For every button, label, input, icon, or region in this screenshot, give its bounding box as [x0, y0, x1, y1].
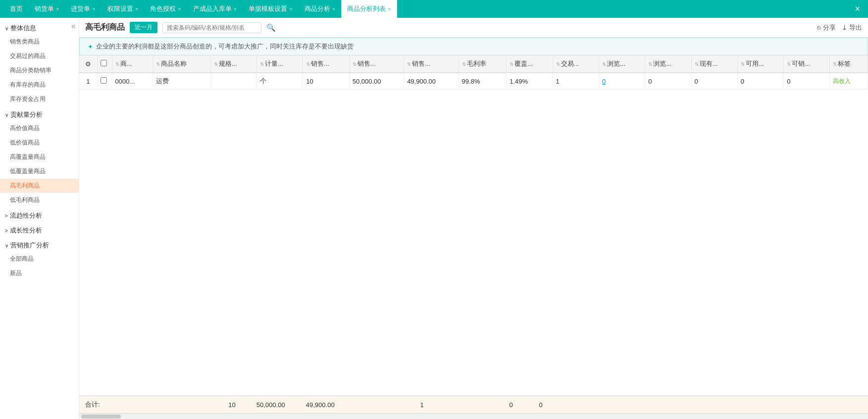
col-label: 浏览...: [607, 60, 625, 67]
col-header-5[interactable]: ⇅计量...: [257, 55, 303, 73]
col-header-7[interactable]: ⇅销售...: [349, 55, 404, 73]
col-header-2[interactable]: ⇅商...: [112, 55, 153, 73]
col-header-11[interactable]: ⇅交易...: [553, 55, 599, 73]
nav-tab-close[interactable]: ×: [234, 6, 237, 12]
tag-badge: 高收入: [833, 78, 851, 85]
table-row: 10000...运费个1050,000.0049,900.0099.8%1.49…: [79, 73, 868, 90]
nav-tab-close[interactable]: ×: [178, 6, 181, 12]
sidebar-collapse-button[interactable]: «: [71, 22, 76, 31]
share-button[interactable]: ⎋ 分享: [817, 23, 836, 32]
col-header-4[interactable]: ⇅规格...: [210, 55, 256, 73]
nav-tab-首页[interactable]: 首页: [4, 0, 29, 18]
row-checkbox[interactable]: [101, 77, 107, 84]
group-label: 整体信息: [10, 24, 36, 33]
col-header-15[interactable]: ⇅可用...: [737, 55, 783, 73]
search-input[interactable]: [162, 22, 261, 33]
table-cell-0: 1: [79, 73, 97, 90]
filter-month-button[interactable]: 近一月: [130, 22, 157, 33]
nav-tab-角色授权[interactable]: 角色授权×: [144, 0, 187, 18]
nav-tab-close[interactable]: ×: [92, 6, 95, 12]
sidebar-group-流趋性分析[interactable]: >流趋性分析: [0, 207, 79, 222]
search-button[interactable]: 🔍: [266, 23, 276, 32]
nav-tab-label: 销货单: [35, 4, 54, 13]
nav-tab-close[interactable]: ×: [289, 6, 292, 12]
nav-tab-产成品入库单[interactable]: 产成品入库单×: [187, 0, 243, 18]
col-header-13[interactable]: ⇅浏览...: [645, 55, 691, 73]
top-nav: 首页销货单×进货单×权限设置×角色授权×产成品入库单×单据模板设置×商品分析×商…: [0, 0, 868, 18]
nav-tab-close[interactable]: ×: [332, 6, 335, 12]
table-cell-11: 1: [553, 73, 599, 90]
sidebar-item-高覆盖量商品[interactable]: 高覆盖量商品: [0, 150, 79, 164]
sidebar-group-贡献量分析[interactable]: ∨贡献量分析: [0, 106, 79, 121]
select-all-checkbox[interactable]: [101, 60, 107, 66]
table-cell-6: 10: [303, 73, 349, 90]
sidebar-item-低毛利商品[interactable]: 低毛利商品: [0, 193, 79, 207]
col-header-14[interactable]: ⇅现有...: [691, 55, 737, 73]
table-cell-2: 0000...: [112, 73, 153, 90]
col-label: 覆盖...: [514, 60, 533, 67]
col-label: 交易...: [561, 60, 579, 67]
settings-icon[interactable]: ⚙: [85, 60, 91, 68]
col-header-8[interactable]: ⇅销售...: [404, 55, 459, 73]
col-label: 毛利率: [467, 60, 486, 67]
link-value[interactable]: 0: [602, 78, 606, 85]
col-header-6[interactable]: ⇅销售...: [303, 55, 349, 73]
col-header-10[interactable]: ⇅覆盖...: [507, 55, 553, 73]
nav-tab-销货单[interactable]: 销货单×: [29, 0, 65, 18]
group-label: 流趋性分析: [10, 211, 42, 220]
scroll-thumb[interactable]: [81, 415, 121, 419]
footer-cell-5: 1: [397, 401, 427, 409]
col-header-16[interactable]: ⇅可销...: [784, 55, 830, 73]
nav-tab-label: 单据模板设置: [249, 4, 287, 13]
sidebar-item-新品[interactable]: 新品: [0, 266, 79, 280]
nav-tab-label: 权限设置: [107, 4, 133, 13]
info-tip: ✦ 企业的主要的利润都是这部分商品创造的，可考虑加大推广，同时关注库存是不要出现…: [79, 38, 868, 55]
sidebar-item-全部商品[interactable]: 全部商品: [0, 252, 79, 266]
col-header-17[interactable]: ⇅标签: [830, 55, 868, 73]
header-actions: ⎋ 分享 ⤓ 导出: [817, 23, 862, 32]
sidebar-item-低覆盖量商品[interactable]: 低覆盖量商品: [0, 164, 79, 179]
sidebar-item-低价值商品[interactable]: 低价值商品: [0, 136, 79, 150]
nav-tab-权限设置[interactable]: 权限设置×: [102, 0, 144, 18]
sidebar-item-库存资金占用[interactable]: 库存资金占用: [0, 92, 79, 106]
horizontal-scrollbar[interactable]: [79, 413, 868, 419]
sidebar-item-销售类商品[interactable]: 销售类商品: [0, 35, 79, 49]
close-all-button[interactable]: ×: [851, 4, 864, 14]
sidebar-item-商品分类助销率[interactable]: 商品分类助销率: [0, 63, 79, 78]
table-cell-16: 0: [784, 73, 830, 90]
sidebar-group-成长性分析[interactable]: >成长性分析: [0, 222, 79, 237]
sidebar-item-交易过的商品[interactable]: 交易过的商品: [0, 49, 79, 63]
nav-tab-商品分析列表[interactable]: 商品分析列表×: [341, 0, 397, 18]
export-button[interactable]: ⤓ 导出: [842, 23, 862, 32]
group-arrow-icon: ∨: [5, 112, 8, 118]
sidebar-item-有库存的商品[interactable]: 有库存的商品: [0, 78, 79, 92]
nav-tab-close[interactable]: ×: [388, 6, 391, 12]
nav-tab-close[interactable]: ×: [56, 6, 59, 12]
col-header-3[interactable]: ⇅商品名称: [153, 55, 210, 73]
nav-tab-商品分析[interactable]: 商品分析×: [299, 0, 341, 18]
nav-tab-label: 首页: [10, 4, 23, 13]
nav-tab-label: 产成品入库单: [193, 4, 232, 13]
col-header-0[interactable]: ⚙: [79, 55, 97, 73]
nav-tab-单据模板设置[interactable]: 单据模板设置×: [243, 0, 298, 18]
data-table: ⚙⇅商...⇅商品名称⇅规格...⇅计量...⇅销售...⇅销售...⇅销售..…: [79, 55, 868, 90]
nav-tab-进货单[interactable]: 进货单×: [65, 0, 101, 18]
nav-tab-close[interactable]: ×: [135, 6, 138, 12]
sidebar-item-高毛利商品[interactable]: 高毛利商品: [0, 179, 79, 193]
nav-tab-label: 商品分析: [305, 4, 330, 13]
col-label: 浏览...: [653, 60, 671, 67]
col-label: 销售...: [357, 60, 376, 67]
col-label: 标签: [838, 60, 851, 67]
col-label: 商...: [120, 60, 132, 67]
sidebar-group-整体信息[interactable]: ∨整体信息: [0, 20, 79, 35]
sidebar-item-高价值商品[interactable]: 高价值商品: [0, 121, 79, 136]
table-cell-7: 50,000.00: [349, 73, 404, 90]
col-header-9[interactable]: ⇅毛利率: [459, 55, 507, 73]
col-header-12[interactable]: ⇅浏览...: [599, 55, 645, 73]
table-cell-12[interactable]: 0: [599, 73, 645, 90]
nav-tab-label: 商品分析列表: [347, 4, 386, 13]
page-title: 高毛利商品: [85, 22, 125, 33]
col-header-1[interactable]: [97, 55, 112, 73]
table-cell-1[interactable]: [97, 73, 112, 90]
sidebar-group-营销推广分析[interactable]: ∨营销推广分析: [0, 237, 79, 252]
